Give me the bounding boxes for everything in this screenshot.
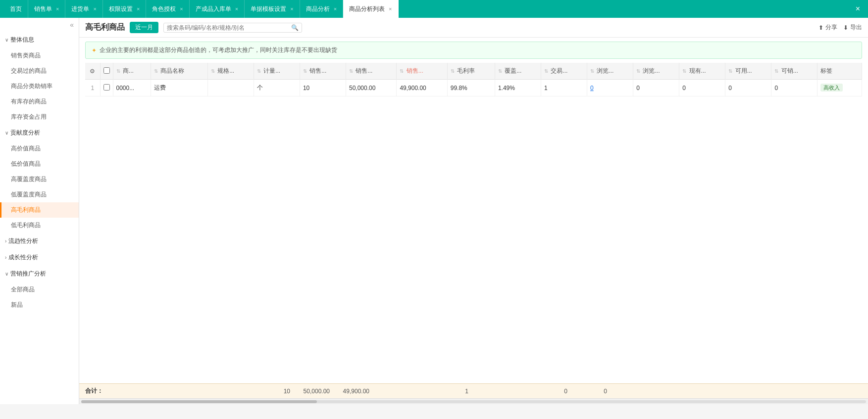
sidebar-group-overall[interactable]: ∨ 整体信息 bbox=[0, 32, 79, 48]
filter-recent-month-button[interactable]: 近一月 bbox=[130, 22, 158, 33]
table-row: 1 0000... 运费 个 10 50,000.00 49,900.00 99… bbox=[85, 80, 862, 96]
tab-product-analysis[interactable]: 商品分析 × bbox=[300, 0, 343, 18]
tab-purchase-close[interactable]: × bbox=[93, 6, 96, 12]
search-input[interactable] bbox=[167, 24, 289, 31]
tab-home[interactable]: 首页 bbox=[4, 0, 28, 18]
col-sellable[interactable]: ⇅ 可销... bbox=[771, 63, 817, 80]
sidebar-item-category-rate-label: 商品分类助销率 bbox=[11, 83, 52, 90]
row-checkbox-cell[interactable] bbox=[100, 80, 113, 96]
tab-sales[interactable]: 销售单 × bbox=[28, 0, 65, 18]
share-button[interactable]: ⬆ 分享 bbox=[818, 23, 837, 32]
sidebar-collapse[interactable]: « bbox=[0, 18, 79, 32]
sidebar-item-traded-goods[interactable]: 交易过的商品 bbox=[0, 63, 79, 79]
tab-products-inbound-close[interactable]: × bbox=[235, 6, 238, 12]
col-current-stock[interactable]: ⇅ 现有... bbox=[679, 63, 725, 80]
tab-product-analysis-list[interactable]: 商品分析列表 × bbox=[343, 0, 398, 18]
tab-roles-close[interactable]: × bbox=[180, 6, 183, 12]
tab-purchase[interactable]: 进货单 × bbox=[65, 0, 102, 18]
footer-current-stock: 0 bbox=[531, 388, 570, 395]
tab-sales-close[interactable]: × bbox=[56, 6, 59, 12]
sidebar-item-in-stock-label: 有库存的商品 bbox=[11, 98, 47, 105]
row-name: 运费 bbox=[151, 80, 208, 96]
main-layout: « ∨ 整体信息 销售类商品 交易过的商品 商品分类助销率 有库存的商品 库存资… bbox=[0, 18, 868, 404]
scrollbar-track[interactable] bbox=[81, 400, 866, 403]
sidebar-item-stock-funds-label: 库存资金占用 bbox=[11, 113, 47, 120]
col-browse2[interactable]: ⇅ 浏览... bbox=[633, 63, 679, 80]
window-close-button[interactable]: × bbox=[852, 4, 864, 13]
tab-template-settings[interactable]: 单据模板设置 × bbox=[245, 0, 300, 18]
sort-icon-gross-margin: ⇅ bbox=[451, 68, 455, 74]
tab-permissions-close[interactable]: × bbox=[137, 6, 140, 12]
col-coverage[interactable]: ⇅ 覆盖... bbox=[495, 63, 541, 80]
bottom-scrollbar[interactable] bbox=[79, 398, 868, 404]
sidebar-item-traded-goods-label: 交易过的商品 bbox=[11, 67, 47, 74]
tab-product-analysis-list-close[interactable]: × bbox=[389, 6, 392, 12]
sidebar-item-sales-goods[interactable]: 销售类商品 bbox=[0, 48, 79, 63]
sidebar-item-low-margin[interactable]: 低毛利商品 bbox=[0, 218, 79, 233]
search-box[interactable]: 🔍 bbox=[163, 23, 302, 33]
browse1-link[interactable]: 0 bbox=[590, 85, 594, 92]
col-trade[interactable]: ⇅ 交易... bbox=[541, 63, 587, 80]
sidebar-item-low-coverage[interactable]: 低覆盖度商品 bbox=[0, 187, 79, 202]
sidebar-item-low-value[interactable]: 低价值商品 bbox=[0, 156, 79, 172]
footer-sale-qty: 10 bbox=[254, 388, 293, 395]
tab-purchase-label: 进货单 bbox=[71, 5, 89, 13]
col-spec[interactable]: ⇅ 规格... bbox=[207, 63, 254, 80]
col-sale-profit[interactable]: ⇅ 销售... bbox=[397, 63, 447, 80]
group-arrow-trend: › bbox=[5, 238, 6, 244]
col-code[interactable]: ⇅ 商... bbox=[113, 63, 151, 80]
sidebar-item-low-value-label: 低价值商品 bbox=[11, 160, 41, 167]
sidebar-item-new-goods[interactable]: 新品 bbox=[0, 297, 79, 313]
col-unit[interactable]: ⇅ 计量... bbox=[254, 63, 300, 80]
table-container: ⚙ ⇅ 商... ⇅ 商品名称 bbox=[79, 63, 868, 383]
sidebar-item-high-margin-label: 高毛利商品 bbox=[11, 206, 41, 213]
info-banner: ✦ 企业的主要的利润都是这部分商品创造的，可考虑加大推广，同时关注库存是不要出现… bbox=[85, 42, 862, 59]
col-tag[interactable]: 标签 bbox=[817, 63, 862, 80]
col-gross-margin[interactable]: ⇅ 毛利率 bbox=[447, 63, 495, 80]
col-sale-amount[interactable]: ⇅ 销售... bbox=[346, 63, 397, 80]
select-all-checkbox[interactable] bbox=[103, 67, 110, 74]
sidebar-item-all-goods-label: 全部商品 bbox=[11, 286, 35, 293]
export-button[interactable]: ⬇ 导出 bbox=[843, 23, 862, 32]
row-browse1[interactable]: 0 bbox=[587, 80, 633, 96]
sidebar-item-high-margin[interactable]: 高毛利商品 bbox=[0, 202, 79, 218]
col-available[interactable]: ⇅ 可用... bbox=[725, 63, 771, 80]
col-checkbox[interactable] bbox=[100, 63, 113, 80]
sidebar-group-marketing[interactable]: ∨ 营销推广分析 bbox=[0, 266, 79, 282]
sort-icon-sale-profit: ⇅ bbox=[400, 68, 404, 74]
sidebar-item-in-stock[interactable]: 有库存的商品 bbox=[0, 94, 79, 109]
col-settings[interactable]: ⚙ bbox=[85, 63, 100, 80]
sidebar-group-trend[interactable]: › 流趋性分析 bbox=[0, 233, 79, 249]
collapse-arrow-icon[interactable]: « bbox=[68, 20, 76, 30]
col-sale-qty[interactable]: ⇅ 销售... bbox=[300, 63, 346, 80]
tab-permissions-label: 权限设置 bbox=[109, 5, 133, 13]
sort-icon-code: ⇅ bbox=[116, 68, 120, 74]
tab-roles[interactable]: 角色授权 × bbox=[146, 0, 189, 18]
sort-icon-sale-amount: ⇅ bbox=[349, 68, 353, 74]
sidebar-item-stock-funds[interactable]: 库存资金占用 bbox=[0, 109, 79, 125]
sidebar-item-all-goods[interactable]: 全部商品 bbox=[0, 282, 79, 297]
share-label: 分享 bbox=[825, 23, 837, 32]
sidebar-item-category-rate[interactable]: 商品分类助销率 bbox=[0, 79, 79, 94]
sort-icon-coverage: ⇅ bbox=[498, 68, 502, 74]
row-checkbox[interactable] bbox=[103, 84, 110, 91]
col-name[interactable]: ⇅ 商品名称 bbox=[151, 63, 208, 80]
data-table: ⚙ ⇅ 商... ⇅ 商品名称 bbox=[85, 63, 862, 96]
tab-product-analysis-close[interactable]: × bbox=[334, 6, 337, 12]
scrollbar-thumb[interactable] bbox=[81, 400, 317, 403]
search-icon[interactable]: 🔍 bbox=[291, 24, 299, 31]
sidebar-group-contribution[interactable]: ∨ 贡献度分析 bbox=[0, 125, 79, 141]
sidebar-item-high-coverage[interactable]: 高覆盖度商品 bbox=[0, 172, 79, 187]
share-icon: ⬆ bbox=[818, 24, 823, 31]
tab-permissions[interactable]: 权限设置 × bbox=[103, 0, 146, 18]
tab-product-analysis-list-label: 商品分析列表 bbox=[349, 5, 385, 13]
tab-template-settings-close[interactable]: × bbox=[290, 6, 293, 12]
tab-home-label: 首页 bbox=[10, 5, 22, 13]
row-sale-qty: 10 bbox=[300, 80, 346, 96]
col-browse1[interactable]: ⇅ 浏览... bbox=[587, 63, 633, 80]
tab-products-inbound[interactable]: 产成品入库单 × bbox=[190, 0, 245, 18]
settings-icon[interactable]: ⚙ bbox=[90, 68, 95, 75]
sidebar-group-growth[interactable]: › 成长性分析 bbox=[0, 249, 79, 266]
sidebar-item-high-value[interactable]: 高价值商品 bbox=[0, 141, 79, 156]
sidebar-item-low-coverage-label: 低覆盖度商品 bbox=[11, 191, 47, 198]
